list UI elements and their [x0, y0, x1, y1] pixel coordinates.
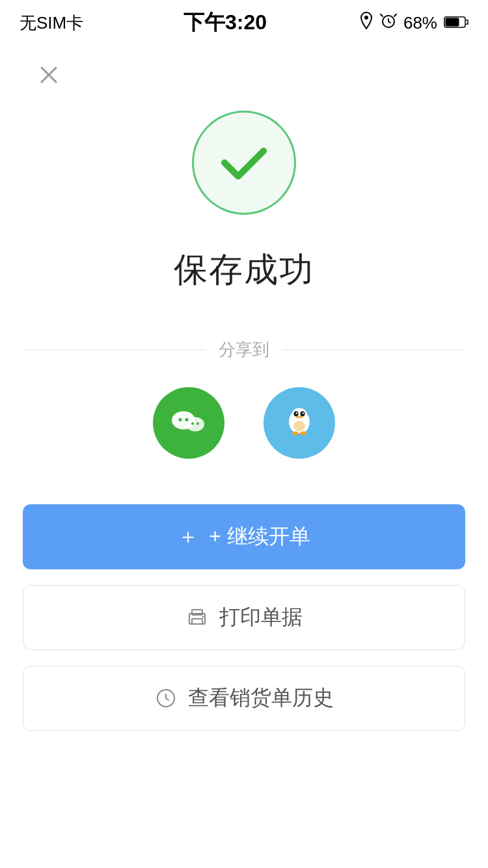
svg-point-19 [303, 413, 304, 414]
svg-point-12 [197, 422, 199, 425]
location-icon [359, 12, 373, 34]
status-right: 68% [359, 12, 468, 34]
svg-rect-4 [445, 18, 459, 26]
svg-point-28 [202, 616, 204, 618]
qq-share-button[interactable] [264, 387, 335, 459]
success-title: 保存成功 [174, 247, 314, 293]
svg-point-8 [186, 417, 204, 431]
continue-label: + 继续开单 [209, 522, 310, 551]
alarm-icon [380, 12, 397, 34]
svg-point-16 [294, 411, 299, 416]
divider-row: 分享到 [23, 338, 465, 361]
print-label: 打印单据 [219, 603, 303, 632]
close-button[interactable] [33, 59, 65, 91]
print-button[interactable]: 打印单据 [23, 585, 465, 650]
check-icon [215, 133, 273, 192]
svg-point-18 [296, 413, 297, 414]
print-icon [185, 606, 209, 629]
share-section: 分享到 [0, 338, 488, 459]
carrier-text: 无SIM卡 [20, 12, 83, 34]
share-label: 分享到 [219, 338, 269, 361]
status-time: 下午3:20 [183, 8, 267, 37]
svg-rect-27 [192, 619, 202, 624]
svg-point-1 [364, 16, 368, 20]
success-circle [192, 111, 296, 215]
svg-point-17 [301, 411, 305, 416]
history-icon [154, 686, 178, 710]
plus-icon: ＋ [178, 522, 198, 551]
svg-point-9 [179, 418, 182, 422]
battery-icon [444, 13, 468, 33]
svg-point-24 [300, 431, 306, 435]
divider-left [23, 349, 206, 350]
main-content: 保存成功 分享到 [0, 46, 488, 731]
svg-point-11 [191, 422, 194, 425]
wechat-share-button[interactable] [153, 387, 224, 459]
status-bar: 无SIM卡 下午3:20 [0, 0, 488, 46]
status-left: 无SIM卡 [20, 12, 91, 34]
wechat-icon [167, 401, 211, 445]
battery-text: 68% [403, 13, 437, 33]
continue-button[interactable]: ＋ + 继续开单 [23, 504, 465, 569]
history-label: 查看销货单历史 [188, 684, 334, 712]
history-button[interactable]: 查看销货单历史 [23, 666, 465, 731]
svg-point-22 [293, 421, 305, 431]
svg-point-23 [292, 431, 299, 435]
divider-right [282, 349, 465, 350]
svg-point-10 [185, 418, 189, 422]
action-buttons: ＋ + 继续开单 打印单据 查看销货单历 [23, 504, 465, 731]
qq-icon [277, 401, 321, 445]
share-icons [153, 387, 335, 459]
